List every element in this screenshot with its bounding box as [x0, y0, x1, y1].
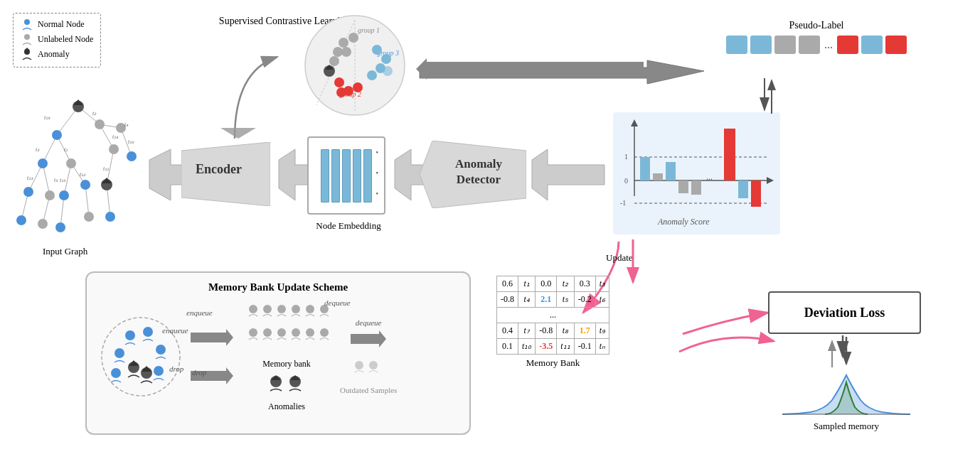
cell-4-3: t₁₁: [557, 339, 574, 355]
input-people-circle: [98, 310, 183, 403]
cell-4-4: -0.1: [574, 339, 595, 355]
stripe-2: [331, 149, 340, 202]
svg-text:t₂: t₂: [92, 110, 97, 117]
svg-point-45: [59, 190, 69, 200]
pl-box-4: [799, 36, 820, 54]
table-row: 0.4 t₇ -0.8 t₈ 1.7 t₉: [497, 323, 609, 339]
people-circle-svg: [98, 310, 183, 403]
diagram-container: Normal Node Unlabeled Node Anomaly: [0, 0, 980, 459]
stripe-1: [321, 149, 329, 202]
score-chart-svg: 1 0 -1 ... Anomaly Score: [619, 118, 774, 229]
svg-marker-120: [191, 329, 233, 346]
memory-bank-people-svg: [240, 301, 333, 357]
dequeue-label-text: dequeue: [324, 298, 351, 307]
svg-marker-15: [24, 48, 30, 50]
anomaly-score-chart: 1 0 -1 ... Anomaly Score: [613, 112, 780, 234]
legend-item-normal: Normal Node: [21, 18, 93, 31]
svg-point-39: [95, 119, 105, 129]
encoder-box: Encoder: [181, 142, 270, 206]
outdated-label: Outdated Samples: [340, 386, 397, 394]
cell-0-0: 0.6: [497, 276, 518, 292]
svg-text:-1: -1: [620, 199, 626, 207]
svg-rect-105: [724, 129, 735, 180]
dequeue-label: dequeue: [356, 318, 382, 327]
svg-point-36: [38, 158, 48, 168]
svg-text:t₃: t₃: [36, 146, 40, 153]
svg-point-113: [156, 345, 166, 355]
svg-point-13: [24, 34, 30, 40]
cell-0-3: t₂: [557, 276, 574, 292]
svg-point-111: [143, 327, 153, 337]
legend-normal-label: Normal Node: [38, 19, 85, 30]
svg-point-74: [348, 33, 358, 43]
drop-label-text: drop: [192, 368, 206, 377]
cell-0-1: t₁: [518, 276, 536, 292]
stripe-5: [363, 149, 372, 202]
svg-point-73: [339, 38, 348, 48]
svg-text:t₁: t₁: [64, 146, 68, 153]
cell-0-2: 0.0: [536, 276, 557, 292]
svg-marker-9: [220, 36, 256, 139]
svg-text:t₄: t₄: [124, 122, 129, 128]
embedding-stripes: [321, 149, 372, 202]
cell-1-2: 2.1: [536, 292, 557, 308]
svg-marker-91: [767, 177, 774, 184]
legend-anomaly-label: Anomaly: [38, 49, 70, 60]
svg-point-125: [292, 305, 300, 313]
svg-text:1: 1: [624, 153, 628, 161]
svg-point-110: [125, 330, 135, 340]
svg-point-78: [372, 45, 382, 55]
dequeue-arrow-svg: [351, 330, 386, 347]
svg-point-12: [24, 19, 30, 25]
svg-point-82: [383, 66, 393, 76]
svg-point-37: [80, 180, 90, 190]
memory-deviation-arrow-svg: [676, 323, 779, 359]
svg-point-43: [23, 187, 33, 197]
svg-point-81: [367, 70, 377, 80]
svg-rect-103: [691, 180, 701, 195]
svg-text:Anomaly Score: Anomaly Score: [657, 217, 710, 227]
dequeue-section: dequeue Outdated Samples: [340, 318, 397, 394]
pseudo-label-area: Pseudo-Label ...: [724, 20, 909, 54]
cell-3-2: -0.8: [536, 323, 557, 339]
deviation-loss-label: Deviation Loss: [804, 306, 885, 320]
cell-1-4: -0.2: [574, 292, 595, 308]
svg-point-35: [52, 130, 62, 140]
cell-3-1: t₇: [518, 323, 536, 339]
embedding-dots: • • •: [376, 148, 378, 198]
svg-point-51: [84, 212, 94, 222]
svg-rect-100: [653, 173, 663, 180]
legend-item-unlabeled: Unlabeled Node: [21, 33, 93, 45]
cell-1-3: t₅: [557, 292, 574, 308]
svg-point-77: [329, 56, 339, 66]
table-row: -0.8 t₄ 2.1 t₅ -0.2 t₆: [497, 292, 609, 308]
memory-bank-title: Memory Bank Update Scheme: [98, 281, 458, 293]
anomaly-detector-label: Anomaly Detector: [440, 156, 518, 188]
cell-1-5: t₆: [595, 292, 609, 308]
sampled-to-dev-arrow: [821, 338, 843, 369]
svg-rect-101: [666, 162, 676, 180]
sampled-memory-label: Sampled memory: [775, 421, 917, 432]
stripe-4: [353, 149, 361, 202]
svg-point-130: [277, 328, 286, 337]
memory-bank-people: Memory bank Anomalies: [240, 301, 333, 412]
svg-point-123: [263, 305, 272, 313]
deviation-loss-box: Deviation Loss: [768, 291, 921, 334]
svg-point-52: [105, 212, 115, 222]
svg-marker-7: [532, 149, 604, 200]
svg-point-79: [381, 54, 391, 64]
cell-1-1: t₄: [518, 292, 536, 308]
memory-bank-sub-label: Memory bank: [262, 359, 311, 369]
bell-curve-svg: [775, 368, 917, 418]
memory-bank-table: 0.6 t₁ 0.0 t₂ 0.3 t₃ -0.8 t₄ 2.1 t₅ -0.2…: [496, 276, 609, 355]
legend-unlabeled-label: Unlabeled Node: [38, 34, 93, 45]
svg-text:t₁₄: t₁₄: [112, 134, 119, 140]
svg-point-38: [127, 151, 137, 161]
pl-box-2: [750, 36, 772, 54]
pl-box-3: [774, 36, 796, 54]
pl-box-6: [861, 36, 883, 54]
pl-box-7: [885, 36, 907, 54]
cell-4-5: tₙ: [595, 339, 609, 355]
svg-point-41: [66, 158, 76, 168]
svg-point-126: [306, 305, 314, 313]
